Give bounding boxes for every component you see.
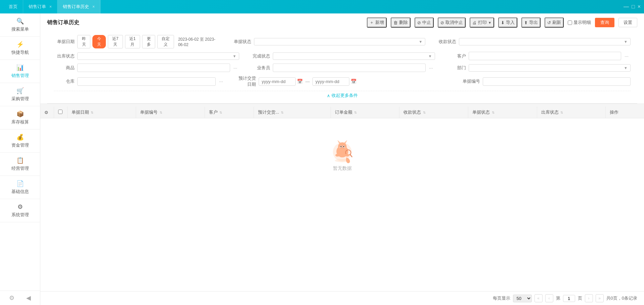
tab-sales-history[interactable]: 销售订单历史 × [57,0,100,13]
sidebar-item-system[interactable]: ⚙ 系统管理 [0,199,40,222]
settings-button[interactable]: 设置 [618,18,637,27]
col-doc-sort-icon[interactable]: ⇅ [492,111,495,114]
svg-point-14 [335,154,340,157]
cancel-stop-button[interactable]: ⊘ 取消中止 [438,17,466,28]
date-yesterday[interactable]: 昨天 [77,35,90,48]
col-no[interactable]: 单据编号 ⇅ [136,107,205,118]
minimize-icon[interactable]: — [624,4,629,10]
collapse-icon: ∧ [327,93,330,98]
toolbar: ＋ 新增 🗑 删除 ⊘ 中止 ⊘ 取消中止 [367,17,637,28]
refresh-label: 刷新 [552,20,561,26]
prev-page-btn[interactable]: ‹ [545,294,553,302]
col-payment-status[interactable]: 收款状态 ⇅ [399,107,468,118]
col-date-label: 单据日期 [72,110,89,115]
settings-bottom-icon[interactable]: ⚙ [9,294,14,302]
delivery-from-input[interactable] [259,77,296,86]
product-ellipsis-btn[interactable]: ··· [231,65,240,71]
col-amount-sort-icon[interactable]: ⇅ [354,111,357,114]
maximize-icon[interactable]: □ [632,4,635,10]
salesperson-ellipsis-btn[interactable]: ··· [427,65,435,71]
tab-home-label: 首页 [9,4,17,10]
status-select[interactable]: ▼ [254,38,426,45]
col-doc-status[interactable]: 单据状态 ⇅ [468,107,537,118]
payment-select[interactable]: ▼ [459,38,631,45]
first-page-btn[interactable]: « [534,294,543,302]
tab-sales-order[interactable]: 销售订单 × [23,0,57,13]
sidebar-item-operations[interactable]: 📋 经营管理 [0,153,40,176]
select-all-checkbox[interactable] [58,110,62,114]
tab-sales-history-close[interactable]: × [92,4,95,9]
dept-select[interactable]: ▼ [469,64,631,72]
col-doc-status-label: 单据状态 [472,110,490,115]
col-payment-sort-icon[interactable]: ⇅ [423,111,426,114]
tab-home[interactable]: 首页 [3,0,23,13]
date-custom[interactable]: 自定义 [157,35,174,48]
column-settings-icon[interactable]: ⚙ [40,107,54,118]
col-delivery-sort-icon[interactable]: ⇅ [281,111,284,114]
sidebar-item-basic-info[interactable]: 📄 基础信息 [0,176,40,199]
outstock-label: 出库状态 [54,53,77,59]
query-button[interactable]: 查询 [595,18,614,27]
tab-sales-history-label: 销售订单历史 [63,4,89,10]
last-page-btn[interactable]: » [596,294,604,302]
import-button[interactable]: ⬇ 导入 [498,17,517,28]
col-outstock-status[interactable]: 出库状态 ⇅ [537,107,606,118]
print-button[interactable]: 🖨 打印 ▼ [470,17,494,28]
window-controls: — □ × [624,4,641,10]
page-number-input[interactable] [563,295,575,302]
add-button[interactable]: ＋ 新增 [367,17,387,28]
col-no-sort-icon[interactable]: ⇅ [160,111,162,114]
customer-ellipsis-btn[interactable]: ··· [622,53,631,60]
sidebar-item-purchase[interactable]: 🛒 采购管理 [0,83,40,106]
order-no-label: 单据编号 [459,78,483,84]
top-bar: 首页 销售订单 × 销售订单历史 × — □ × [0,0,644,13]
window-close-icon[interactable]: × [638,4,641,10]
delivery-to-calendar-icon[interactable]: 📅 [351,79,356,84]
export-button[interactable]: ⬆ 导出 [521,17,541,28]
sidebar-item-quick-nav[interactable]: ⚡ 快捷导航 [0,37,40,60]
display-detail-checkbox-label[interactable]: 显示明细 [568,20,591,26]
tab-sales-order-close[interactable]: × [49,4,52,9]
search-icon: 🔍 [16,17,24,25]
outstock-select[interactable]: ▼ [77,52,239,60]
sidebar-item-sales[interactable]: 📊 销售管理 [0,60,40,83]
col-date-sort-icon[interactable]: ⇅ [91,111,93,114]
print-label: 打印 [478,20,487,26]
date-today[interactable]: 今天 [92,35,105,48]
display-detail-checkbox[interactable] [568,21,572,25]
col-delivery[interactable]: 预计交货... ⇅ [254,107,331,118]
delete-button[interactable]: 🗑 删除 [391,17,411,28]
import-icon: ⬇ [501,20,505,25]
col-date[interactable]: 单据日期 ⇅ [67,107,136,118]
col-amount[interactable]: 订单金额 ⇅ [331,107,399,118]
col-customer[interactable]: 客户 ⇅ [205,107,254,118]
collapse-row[interactable]: ∧ 收起更多条件 [54,91,631,100]
refresh-button[interactable]: ↺ 刷新 [545,17,564,28]
sidebar-item-basic-info-label: 基础信息 [11,189,29,195]
product-input[interactable] [77,64,230,72]
col-outstock-sort-icon[interactable]: ⇅ [560,111,563,114]
stop-button[interactable]: ⊘ 中止 [415,17,434,28]
delivery-from-calendar-icon[interactable]: 📅 [297,79,303,84]
salesperson-input[interactable] [273,64,426,72]
col-customer-label: 客户 [209,110,218,115]
sidebar-item-finance[interactable]: 💰 资金管理 [0,129,40,153]
customer-input[interactable] [469,52,621,60]
total-info: 共0页，0条记录 [606,295,637,301]
warehouse-ellipsis-btn[interactable]: ··· [217,78,225,85]
date-1month[interactable]: 近1月 [125,35,140,48]
delivery-to-input[interactable] [312,77,349,86]
sidebar-item-inventory[interactable]: 📦 库存核算 [0,106,40,129]
order-no-input[interactable] [483,77,631,86]
per-page-select[interactable]: 50 10 20 100 [513,295,532,302]
collapse-sidebar-icon[interactable]: ◀ [26,294,31,302]
complete-select[interactable]: ▼ [273,52,435,60]
next-page-btn[interactable]: › [585,294,593,302]
sidebar-item-search[interactable]: 🔍 搜索菜单 [0,13,40,37]
date-7days[interactable]: 近7天 [108,35,123,48]
col-customer-sort-icon[interactable]: ⇅ [219,111,222,114]
date-more[interactable]: 更多 [142,35,155,48]
warehouse-input[interactable] [77,77,216,86]
col-actions: 操作 [606,107,644,118]
col-no-label: 单据编号 [140,110,158,115]
